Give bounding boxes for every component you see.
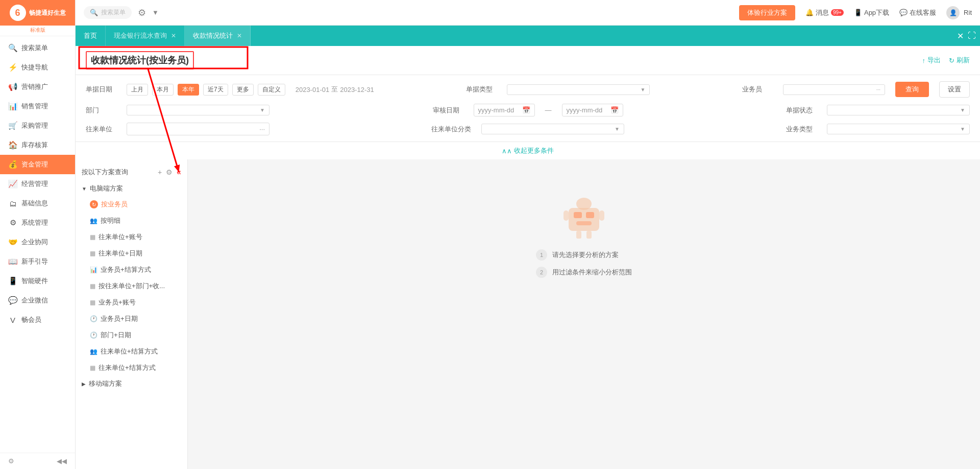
refresh-button[interactable]: ↻ 刷新 bbox=[949, 56, 970, 65]
tree-section-mobile-header[interactable]: ▶ 移动端方案 bbox=[76, 376, 187, 391]
empty-step-2: 2 用过滤条件来缩小分析范围 bbox=[536, 267, 632, 278]
tree-item-salesman-date[interactable]: 🕐 业务员+日期 bbox=[76, 311, 187, 327]
app-download-button[interactable]: 📱 App下载 bbox=[854, 8, 889, 17]
sidebar-item-wechat[interactable]: 💬 企业微信 bbox=[0, 291, 75, 310]
tree-item-counterpart-settlement-1[interactable]: 👥 往来单位+结算方式 bbox=[76, 343, 187, 360]
service-icon: 💬 bbox=[899, 9, 908, 16]
salesman-select[interactable]: ··· bbox=[783, 84, 885, 95]
sidebar-item-finance[interactable]: 💰 资金管理 bbox=[0, 155, 75, 174]
date-btn-last-month[interactable]: 上月 bbox=[127, 84, 148, 96]
search-bar[interactable]: 🔍 搜索菜单 bbox=[84, 6, 132, 19]
sidebar-item-purchase[interactable]: 🛒 采购管理 bbox=[0, 116, 75, 135]
body-area: 按以下方案查询 + ⚙ « ▼ 电脑端方案 ↻ 按业务员 bbox=[76, 159, 980, 469]
chart-icon-1: 📊 bbox=[90, 266, 97, 273]
date-btn-7days[interactable]: 近7天 bbox=[203, 84, 228, 96]
sidebar-item-member[interactable]: V 畅会员 bbox=[0, 310, 75, 330]
tab-bank-flow-close[interactable]: ✕ bbox=[171, 32, 176, 39]
setting-button[interactable]: 设置 bbox=[939, 81, 970, 98]
svg-point-8 bbox=[576, 198, 592, 210]
date-btn-this-month[interactable]: 本月 bbox=[152, 84, 174, 96]
tree-item-counterpart-date[interactable]: ▦ 往来单位+日期 bbox=[76, 245, 187, 262]
clock-icon-2: 🕐 bbox=[90, 332, 97, 339]
sidebar-edition: 标准版 bbox=[0, 26, 75, 36]
review-date-end[interactable]: yyyy-mm-dd 📅 bbox=[562, 104, 623, 116]
tree-item-salesman-payment[interactable]: 📊 业务员+结算方式 bbox=[76, 262, 187, 278]
sidebar-item-hardware[interactable]: 📱 智能硬件 bbox=[0, 271, 75, 291]
online-service-button[interactable]: 💬 在线客服 bbox=[899, 8, 936, 17]
date-btn-custom[interactable]: 自定义 bbox=[258, 84, 285, 96]
review-date-start[interactable]: yyyy-mm-dd 📅 bbox=[474, 104, 535, 116]
review-date-end-placeholder: yyyy-mm-dd bbox=[567, 106, 603, 114]
tree-item-label-counterpart-settlement-2: 往来单位+结算方式 bbox=[99, 363, 156, 372]
bell-icon: 🔔 bbox=[805, 9, 814, 16]
sales-icon: 📊 bbox=[8, 102, 17, 111]
sidebar-item-enterprise[interactable]: 🤝 企业协同 bbox=[0, 232, 75, 252]
tab-maximize-icon[interactable]: ⛶ bbox=[968, 31, 976, 40]
tab-home[interactable]: 首页 bbox=[76, 26, 106, 46]
tabbar: 首页 现金银行流水查询 ✕ 收款情况统计 ✕ ✕ ⛶ bbox=[76, 26, 980, 46]
counterpart-extra[interactable]: ··· bbox=[259, 125, 265, 133]
sidebar-item-quicknav[interactable]: ⚡ 快捷导航 bbox=[0, 58, 75, 77]
date-label: 单据日期 bbox=[86, 85, 116, 94]
sidebar-item-search[interactable]: 🔍 搜索菜单 bbox=[0, 38, 75, 58]
collapse-sidebar-icon[interactable]: ◀◀ bbox=[57, 457, 67, 465]
notifications-button[interactable]: 🔔 消息 99+ bbox=[805, 8, 844, 17]
doc-status-label: 单据状态 bbox=[786, 106, 817, 115]
settings-bottom-icon[interactable]: ⚙ bbox=[8, 457, 14, 465]
date-start: 2023-01-01 bbox=[296, 86, 330, 93]
table-icon-5: ▦ bbox=[90, 364, 95, 371]
user-profile-button[interactable]: 👤 Rit bbox=[946, 6, 972, 19]
settings-icon[interactable]: ⚙ bbox=[138, 7, 146, 18]
dept-select[interactable]: ▼ bbox=[127, 105, 270, 115]
logo-icon: 6 bbox=[10, 5, 26, 21]
left-panel-title: 按以下方案查询 bbox=[82, 168, 128, 177]
tree-item-counterpart-dept[interactable]: ▦ 按往来单位+部门+收... bbox=[76, 278, 187, 294]
doc-type-select[interactable]: ▼ bbox=[507, 84, 650, 95]
tab-receipt-stats-close[interactable]: ✕ bbox=[237, 32, 242, 39]
people-icon-1: 👥 bbox=[90, 217, 97, 224]
collapse-bar[interactable]: ∧∧ 收起更多条件 bbox=[76, 142, 980, 159]
dropdown-icon[interactable]: ▼ bbox=[152, 9, 159, 16]
review-date-label: 审核日期 bbox=[433, 106, 463, 115]
tree-item-dept-date[interactable]: 🕐 部门+日期 bbox=[76, 327, 187, 343]
scheme-settings-button[interactable]: ⚙ bbox=[166, 168, 173, 176]
tree-item-detail[interactable]: 👥 按明细 bbox=[76, 213, 187, 229]
sidebar-item-basicinfo[interactable]: 🗂 基础信息 bbox=[0, 194, 75, 213]
sidebar-item-marketing[interactable]: 📢 营销推广 bbox=[0, 77, 75, 97]
tree-item-counterpart-settlement-2[interactable]: ▦ 往来单位+结算方式 bbox=[76, 360, 187, 376]
calendar-icon-start: 📅 bbox=[522, 106, 530, 114]
tree-section-desktop-header[interactable]: ▼ 电脑端方案 bbox=[76, 181, 187, 196]
business-type-select[interactable]: ▼ bbox=[827, 124, 970, 134]
svg-rect-1 bbox=[574, 212, 582, 218]
query-button[interactable]: 查询 bbox=[895, 82, 929, 97]
quicknav-icon: ⚡ bbox=[8, 63, 17, 72]
date-quick-buttons: 上月 本月 本年 近7天 更多 自定义 bbox=[127, 84, 285, 96]
counterpart-select[interactable]: ··· bbox=[127, 123, 270, 135]
date-btn-this-year[interactable]: 本年 bbox=[178, 84, 199, 96]
add-scheme-button[interactable]: + bbox=[158, 168, 162, 176]
collapse-panel-button[interactable]: « bbox=[177, 168, 181, 177]
basicinfo-icon: 🗂 bbox=[8, 199, 17, 208]
tab-close-all-icon[interactable]: ✕ bbox=[957, 31, 964, 41]
date-separator: 至 bbox=[331, 85, 338, 94]
sidebar-item-sales[interactable]: 📊 销售管理 bbox=[0, 97, 75, 116]
try-industry-button[interactable]: 体验行业方案 bbox=[739, 5, 795, 20]
filter-panel: 单据日期 上月 本月 本年 近7天 更多 自定义 2023-01-01 至 20… bbox=[76, 75, 980, 142]
doc-status-select[interactable]: ▼ bbox=[827, 105, 970, 115]
tab-receipt-stats[interactable]: 收款情况统计 ✕ bbox=[185, 26, 251, 46]
finance-icon: 💰 bbox=[8, 160, 17, 169]
tree-item-salesman[interactable]: ↻ 按业务员 bbox=[76, 196, 187, 213]
tree-item-salesman-account[interactable]: ▦ 业务员+账号 bbox=[76, 294, 187, 311]
date-btn-more[interactable]: 更多 bbox=[232, 84, 254, 96]
sidebar-item-inventory[interactable]: 🏠 库存核算 bbox=[0, 135, 75, 155]
export-button[interactable]: ↑ 导出 bbox=[922, 56, 941, 65]
sidebar-item-newguide[interactable]: 📖 新手引导 bbox=[0, 252, 75, 271]
management-icon: 📈 bbox=[8, 179, 17, 189]
counterpart-category-select[interactable]: ▼ bbox=[481, 124, 624, 134]
filter-row-1: 单据日期 上月 本月 本年 近7天 更多 自定义 2023-01-01 至 20… bbox=[86, 81, 970, 98]
tab-bank-flow[interactable]: 现金银行流水查询 ✕ bbox=[106, 26, 185, 46]
sidebar-item-management[interactable]: 📈 经营管理 bbox=[0, 174, 75, 194]
tree-item-counterpart-account[interactable]: ▦ 往来单位+账号 bbox=[76, 229, 187, 245]
sidebar-item-label-inventory: 库存核算 bbox=[21, 140, 48, 150]
sidebar-item-system[interactable]: ⚙ 系统管理 bbox=[0, 213, 75, 232]
